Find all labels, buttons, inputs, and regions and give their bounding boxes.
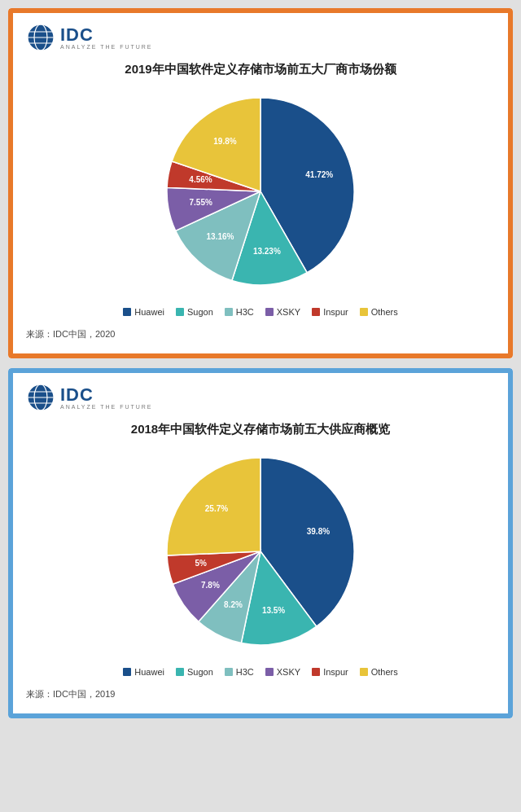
legend-label: XSKY bbox=[277, 667, 300, 677]
legend-color bbox=[312, 668, 320, 676]
legend-color bbox=[176, 668, 184, 676]
svg-text:13.16%: 13.16% bbox=[207, 232, 234, 241]
legend-item: XSKY bbox=[265, 667, 300, 677]
legend-label: XSKY bbox=[277, 307, 300, 317]
legend-2018: HuaweiSugonH3CXSKYInspurOthers bbox=[123, 667, 397, 677]
idc-globe-icon-2 bbox=[26, 383, 55, 412]
legend-label: Sugon bbox=[187, 667, 213, 677]
legend-color bbox=[123, 308, 131, 316]
idc-tagline-2: ANALYZE THE FUTURE bbox=[60, 404, 153, 410]
legend-label: Huawei bbox=[134, 307, 164, 317]
legend-item: XSKY bbox=[265, 307, 300, 317]
svg-text:13.5%: 13.5% bbox=[262, 606, 285, 615]
legend-label: Inspur bbox=[323, 307, 348, 317]
legend-label: H3C bbox=[236, 307, 254, 317]
pie-chart-2019: 41.72%13.23%13.16%7.55%4.56%19.8% bbox=[155, 86, 366, 297]
svg-text:39.8%: 39.8% bbox=[307, 527, 330, 536]
source-2019: 来源：IDC中国，2020 bbox=[26, 323, 495, 340]
svg-text:7.8%: 7.8% bbox=[201, 581, 220, 590]
svg-text:4.56%: 4.56% bbox=[189, 175, 212, 184]
card-2019: IDC ANALYZE THE FUTURE 2019年中国软件定义存储市场前五… bbox=[8, 8, 513, 358]
legend-label: Sugon bbox=[187, 307, 213, 317]
legend-color bbox=[312, 308, 320, 316]
legend-item: Others bbox=[360, 667, 398, 677]
legend-label: H3C bbox=[236, 667, 254, 677]
svg-text:41.72%: 41.72% bbox=[305, 170, 333, 179]
legend-color bbox=[360, 668, 368, 676]
legend-color bbox=[265, 308, 274, 316]
legend-label: Inspur bbox=[323, 667, 348, 677]
source-2018: 来源：IDC中国，2019 bbox=[26, 683, 495, 700]
idc-brand: IDC bbox=[60, 26, 153, 44]
legend-item: Inspur bbox=[312, 307, 348, 317]
idc-brand-2: IDC bbox=[60, 386, 153, 404]
legend-label: Huawei bbox=[134, 667, 164, 677]
svg-text:8.2%: 8.2% bbox=[224, 600, 243, 609]
chart-title-2019: 2019年中国软件定义存储市场前五大厂商市场份额 bbox=[125, 62, 396, 77]
pie-chart-2018: 39.8%13.5%8.2%7.8%5%25.7% bbox=[155, 446, 366, 657]
idc-logo: IDC ANALYZE THE FUTURE bbox=[26, 23, 495, 52]
legend-item: Sugon bbox=[176, 667, 213, 677]
chart-area-2018: 2018年中国软件定义存储市场前五大供应商概览 39.8%13.5%8.2%7.… bbox=[26, 417, 495, 677]
idc-logo-2: IDC ANALYZE THE FUTURE bbox=[26, 383, 495, 412]
svg-text:19.8%: 19.8% bbox=[213, 137, 236, 146]
svg-text:25.7%: 25.7% bbox=[205, 504, 228, 513]
legend-label: Others bbox=[371, 307, 398, 317]
legend-label: Others bbox=[371, 667, 398, 677]
legend-item: H3C bbox=[225, 307, 254, 317]
svg-text:7.55%: 7.55% bbox=[190, 198, 212, 207]
legend-color bbox=[265, 668, 274, 676]
legend-color bbox=[225, 668, 233, 676]
card-2018: IDC ANALYZE THE FUTURE 2018年中国软件定义存储市场前五… bbox=[8, 368, 513, 718]
legend-item: Inspur bbox=[312, 667, 348, 677]
legend-color bbox=[360, 308, 368, 316]
idc-globe-icon bbox=[26, 23, 55, 52]
legend-item: Huawei bbox=[123, 667, 164, 677]
legend-color bbox=[225, 308, 233, 316]
svg-text:13.23%: 13.23% bbox=[253, 247, 281, 256]
chart-title-2018: 2018年中国软件定义存储市场前五大供应商概览 bbox=[131, 422, 390, 437]
legend-item: Others bbox=[360, 307, 398, 317]
svg-text:5%: 5% bbox=[195, 559, 208, 568]
legend-item: Sugon bbox=[176, 307, 213, 317]
idc-tagline: ANALYZE THE FUTURE bbox=[60, 44, 153, 50]
chart-area-2019: 2019年中国软件定义存储市场前五大厂商市场份额 41.72%13.23%13.… bbox=[26, 57, 495, 317]
legend-2019: HuaweiSugonH3CXSKYInspurOthers bbox=[123, 307, 397, 317]
legend-color bbox=[123, 668, 131, 676]
legend-item: H3C bbox=[225, 667, 254, 677]
legend-item: Huawei bbox=[123, 307, 164, 317]
legend-color bbox=[176, 308, 184, 316]
